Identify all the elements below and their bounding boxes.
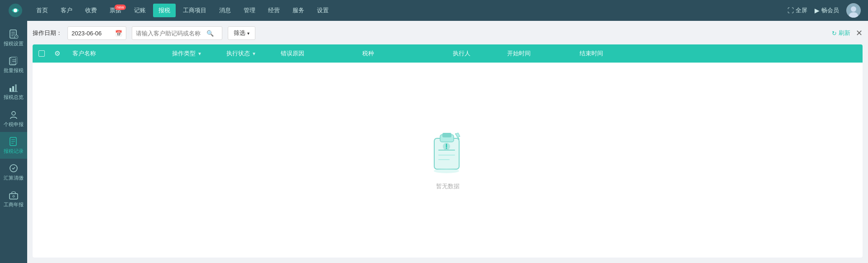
tax-settings-icon <box>9 29 19 39</box>
operation-type-filter-icon[interactable]: ▼ <box>197 51 202 56</box>
refresh-icon: ↻ <box>832 30 837 37</box>
fullscreen-button[interactable]: ⛶ 全屏 <box>787 6 807 15</box>
nav-item-ticket[interactable]: 票据 new <box>104 4 127 17</box>
main-layout: 报税设置 批量报税 报税总览 <box>0 21 868 263</box>
svg-rect-28 <box>442 133 451 137</box>
user-avatar[interactable] <box>846 3 861 18</box>
sidebar-item-annual-report[interactable]: 工商年报 <box>0 185 27 212</box>
th-tax-type: 税种 <box>359 49 449 58</box>
search-icon: 🔍 <box>206 30 214 37</box>
svg-point-1 <box>14 9 17 12</box>
tax-record-icon <box>9 136 19 146</box>
calendar-icon: 📅 <box>115 30 122 37</box>
refresh-button[interactable]: ↻ 刷新 <box>832 29 850 37</box>
column-settings-icon[interactable]: ⚙ <box>54 49 60 58</box>
empty-text: 暂无数据 <box>436 182 460 190</box>
svg-rect-16 <box>15 84 17 92</box>
video-icon: ▶ <box>815 7 820 14</box>
th-settings: ⚙ <box>51 49 69 58</box>
nav-item-client[interactable]: 客户 <box>55 4 78 17</box>
sidebar-item-tax-settings[interactable]: 报税设置 <box>0 24 27 51</box>
th-checkbox[interactable] <box>33 50 51 57</box>
date-input[interactable] <box>72 30 112 37</box>
sidebar-item-tax-overview[interactable]: 报税总览 <box>0 78 27 105</box>
chevron-down-icon: ▾ <box>247 31 249 36</box>
empty-illustration <box>427 130 468 177</box>
exec-status-filter-icon[interactable]: ▼ <box>252 51 256 56</box>
search-input[interactable] <box>136 30 204 37</box>
app-logo[interactable] <box>7 2 24 19</box>
sidebar: 报税设置 批量报税 报税总览 <box>0 21 27 263</box>
svg-marker-36 <box>456 133 460 137</box>
close-button[interactable]: ✕ <box>856 29 863 37</box>
annual-report-icon <box>9 190 19 200</box>
date-label: 操作日期： <box>33 29 62 37</box>
svg-rect-15 <box>12 86 14 92</box>
nav-right: ⛶ 全屏 ▶ 畅会员 <box>787 3 861 18</box>
new-badge: new <box>115 5 126 10</box>
nav-item-bookkeeping[interactable]: 记账 <box>129 4 151 17</box>
th-start-time: 开始时间 <box>504 49 576 58</box>
personal-tax-icon <box>9 110 19 120</box>
th-end-time: 结束时间 <box>576 49 648 58</box>
nav-item-operation[interactable]: 经营 <box>263 4 285 17</box>
fullscreen-icon: ⛶ <box>787 7 794 14</box>
tax-overview-icon <box>9 83 19 93</box>
top-navigation: 首页 客户 收费 票据 new 记账 报税 工商项目 消息 管理 经营 服务 设… <box>0 0 868 21</box>
nav-item-home[interactable]: 首页 <box>31 4 53 17</box>
nav-item-fee[interactable]: 收费 <box>80 4 102 17</box>
table-body: 暂无数据 <box>33 63 863 258</box>
svg-rect-24 <box>10 194 18 199</box>
svg-point-25 <box>13 195 14 197</box>
search-wrap[interactable]: 🔍 <box>132 26 222 40</box>
svg-point-3 <box>851 6 856 12</box>
svg-rect-11 <box>11 57 17 64</box>
th-exec-status: 执行状态 ▼ <box>223 49 277 58</box>
nav-item-message[interactable]: 消息 <box>214 4 236 17</box>
date-input-wrap[interactable]: 📅 <box>67 26 126 40</box>
select-all-checkbox[interactable] <box>38 50 45 57</box>
toolbar: 操作日期： 📅 🔍 筛选 ▾ ↻ 刷新 ✕ <box>33 26 863 40</box>
nav-menu: 首页 客户 收费 票据 new 记账 报税 工商项目 消息 管理 经营 服务 设… <box>31 4 787 17</box>
sidebar-item-settlement[interactable]: 汇算清缴 <box>0 159 27 185</box>
content-area: 操作日期： 📅 🔍 筛选 ▾ ↻ 刷新 ✕ <box>27 21 868 263</box>
nav-item-tax[interactable]: 报税 <box>153 4 176 17</box>
nav-item-service[interactable]: 服务 <box>287 4 310 17</box>
svg-point-37 <box>434 169 459 173</box>
th-executor: 执行人 <box>449 49 504 58</box>
filter-button[interactable]: 筛选 ▾ <box>228 26 255 40</box>
th-error-reason: 错误原因 <box>277 49 359 58</box>
svg-rect-14 <box>10 88 11 92</box>
data-table: ⚙ 客户名称 操作类型 ▼ 执行状态 ▼ 错误原因 税种 <box>33 44 863 258</box>
table-header: ⚙ 客户名称 操作类型 ▼ 执行状态 ▼ 错误原因 税种 <box>33 44 863 63</box>
svg-point-34 <box>446 147 447 149</box>
nav-item-business[interactable]: 工商项目 <box>177 4 212 17</box>
sidebar-item-batch-tax[interactable]: 批量报税 <box>0 51 27 78</box>
sidebar-item-tax-record[interactable]: 报税记录 <box>0 132 27 159</box>
settlement-icon <box>9 163 19 173</box>
svg-point-18 <box>12 112 15 115</box>
sidebar-item-personal-tax[interactable]: 个税申报 <box>0 105 27 132</box>
nav-item-settings[interactable]: 设置 <box>312 4 334 17</box>
th-operation-type: 操作类型 ▼ <box>168 49 223 58</box>
batch-tax-icon <box>9 56 19 66</box>
nav-item-manage[interactable]: 管理 <box>238 4 261 17</box>
member-button[interactable]: ▶ 畅会员 <box>815 6 839 15</box>
th-client-name: 客户名称 <box>69 49 168 58</box>
